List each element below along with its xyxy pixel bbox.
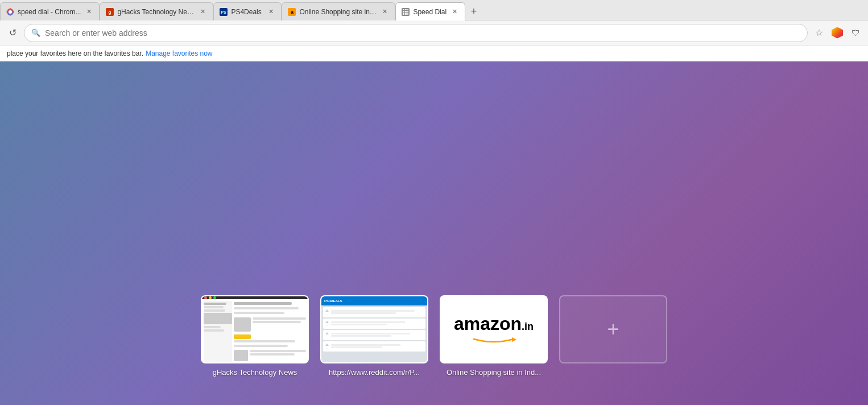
tab-bar: speed dial - Chrom... ✕ g gHacks Technol… [0,0,868,20]
shield-button[interactable]: 🛡 [848,25,863,41]
favorites-star-button[interactable]: ☆ [811,25,827,41]
search-icon: 🔍 [31,28,40,37]
amazon-logo-text: amazon [454,313,522,334]
reddit-preview: PS4DEALS - [321,296,427,362]
speed-dial-grid: gHacks Technology News PS4DEALS - [201,295,667,377]
tab-title-3: PS4Deals [231,8,263,16]
main-content: gHacks Technology News PS4DEALS - [0,61,868,405]
add-icon: + [607,319,619,340]
tab-close-4[interactable]: ✕ [380,7,389,16]
speed-dial-thumbnail-reddit[interactable]: PS4DEALS - [320,295,428,363]
amazon-preview: amazon .in [441,296,547,362]
tab-amazon[interactable]: a Online Shopping site in India: Sh... ✕ [282,2,395,20]
address-bar-row: ↺ 🔍 ☆ 🛡 [0,20,868,46]
tab-title-5: Speed Dial [413,8,447,16]
speed-dial-add-item[interactable]: + [559,295,667,363]
toolbar-right: ☆ 🛡 [811,25,863,41]
address-input[interactable] [45,28,800,38]
svg-marker-6 [512,337,516,342]
favorites-bar-text: place your favorites here on the favorit… [7,49,143,57]
tab-favicon-5 [402,8,410,16]
speed-dial-label-amazon: Online Shopping site in Ind... [447,368,541,377]
speed-dial-thumbnail-ghacks[interactable] [201,295,309,363]
tab-title-2: gHacks Technology News [117,8,195,16]
reload-button[interactable]: ↺ [5,25,20,41]
tab-favicon-3: PS [220,8,228,16]
svg-point-1 [9,10,12,14]
tab-favicon-4: a [288,8,296,16]
svg-text:PS: PS [221,10,227,14]
speed-dial-add-button[interactable]: + [559,295,667,363]
speed-dial-item-ghacks[interactable]: gHacks Technology News [201,295,309,377]
shield-icon: 🛡 [852,28,860,38]
tab-ps4deals[interactable]: PS PS4Deals ✕ [213,2,282,20]
speed-dial-label-reddit: https://www.reddit.com/r/P... [329,368,420,377]
speed-dial-item-amazon[interactable]: amazon .in Online Shopping site in Ind..… [440,295,548,377]
tab-speed-dial-chrome[interactable]: speed dial - Chrom... ✕ [0,2,100,20]
favorites-bar: place your favorites here on the favorit… [0,46,868,61]
speed-dial-label-ghacks: gHacks Technology News [213,368,297,377]
new-tab-button[interactable]: + [465,2,482,20]
tab-title-1: speed dial - Chrom... [18,8,81,16]
speed-dial-item-reddit[interactable]: PS4DEALS - [320,295,428,377]
tab-title-4: Online Shopping site in India: Sh... [299,8,377,16]
tab-favicon-1 [6,8,14,16]
speed-dial-thumbnail-amazon[interactable]: amazon .in [440,295,548,363]
tab-speed-dial[interactable]: Speed Dial ✕ [395,2,465,20]
amazon-domain-text: .in [522,321,534,333]
tab-ghacks[interactable]: g gHacks Technology News ✕ [100,2,213,20]
manage-favorites-link[interactable]: Manage favorites now [146,49,212,57]
vivaldi-icon [832,27,843,39]
amazon-arrow-container [471,334,516,346]
tab-close-2[interactable]: ✕ [198,7,207,16]
svg-text:g: g [109,10,111,15]
vivaldi-menu-button[interactable] [829,25,845,41]
tab-favicon-2: g [106,8,114,16]
tab-close-5[interactable]: ✕ [450,7,459,16]
tab-close-3[interactable]: ✕ [266,7,275,16]
ghacks-preview [202,296,308,362]
tab-close-1[interactable]: ✕ [84,7,93,16]
star-icon: ☆ [815,27,823,38]
address-bar[interactable]: 🔍 [24,24,808,42]
